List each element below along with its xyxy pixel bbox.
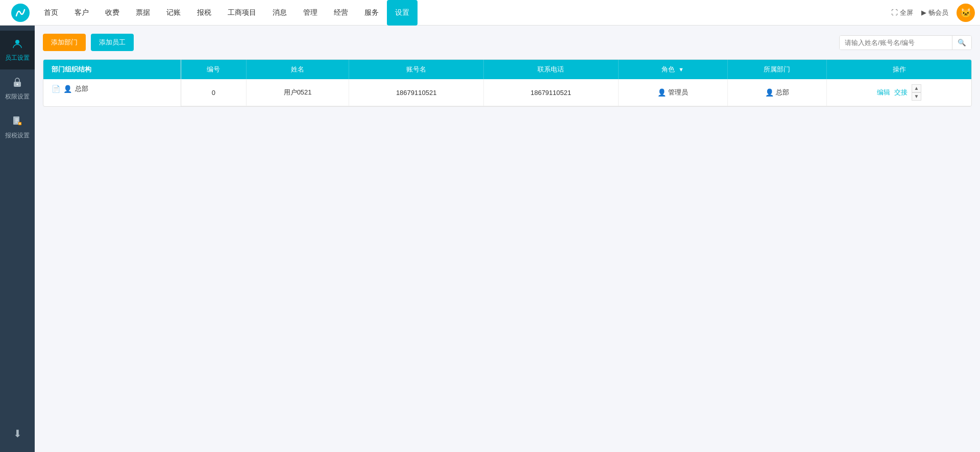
col-header-account: 账号名 <box>349 60 484 79</box>
dept-tree-item-root[interactable]: 📄 👤 总部 <box>43 79 181 99</box>
employee-table: 编号 姓名 账号名 联系电话 角色 ▼ 所属部门 操作 <box>181 60 971 106</box>
sidebar-label-employee: 员工设置 <box>5 54 30 62</box>
download-icon: ⬇ <box>13 427 22 440</box>
role-user-icon: 👤 <box>657 88 666 97</box>
svg-point-1 <box>15 40 19 44</box>
scroll-up-button[interactable]: ▲ <box>912 84 922 92</box>
nav-account[interactable]: 记账 <box>158 0 189 26</box>
nav-home[interactable]: 首页 <box>36 0 66 26</box>
table-row: 0 用户0521 18679110521 18679110521 👤 管理员 <box>181 79 971 106</box>
svg-point-3 <box>17 84 18 85</box>
main-layout: 员工设置 权限设置 报税设置 <box>0 26 980 452</box>
employee-icon <box>12 38 23 52</box>
nav-message[interactable]: 消息 <box>264 0 295 26</box>
fullscreen-label: 全屏 <box>900 8 913 17</box>
tax-settings-icon <box>12 115 23 129</box>
dept-icon: 👤 <box>765 88 774 97</box>
scroll-down-button[interactable]: ▼ <box>912 92 922 101</box>
fullscreen-icon: ⛶ <box>891 9 898 16</box>
sidebar-item-employee[interactable]: 员工设置 <box>0 31 35 69</box>
dept-tree: 部门组织结构 📄 👤 总部 <box>43 60 181 106</box>
search-input[interactable] <box>840 36 952 50</box>
member-icon: ▶ <box>921 9 926 16</box>
transfer-button[interactable]: 交接 <box>894 88 908 97</box>
sidebar-item-permission[interactable]: 权限设置 <box>0 69 35 108</box>
role-value: 管理员 <box>668 88 688 97</box>
dept-value: 总部 <box>776 88 789 97</box>
dept-tree-item-label: 总部 <box>75 84 88 93</box>
nav-bill[interactable]: 票据 <box>128 0 158 26</box>
nav-settings[interactable]: 设置 <box>387 0 418 26</box>
cell-dept: 👤 总部 <box>727 79 826 106</box>
toolbar: 添加部门 添加员工 🔍 <box>43 34 972 51</box>
nav-operation[interactable]: 经营 <box>326 0 356 26</box>
cell-account: 18679110521 <box>349 79 484 106</box>
cell-role: 👤 管理员 <box>618 79 727 106</box>
fullscreen-button[interactable]: ⛶ 全屏 <box>891 8 913 17</box>
cell-name: 用户0521 <box>246 79 349 106</box>
edit-button[interactable]: 编辑 <box>877 88 890 97</box>
sidebar-download-button[interactable]: ⬇ <box>0 420 35 447</box>
add-emp-button[interactable]: 添加员工 <box>91 34 134 51</box>
nav-client[interactable]: 客户 <box>66 0 97 26</box>
col-header-role[interactable]: 角色 ▼ <box>618 60 727 79</box>
search-box: 🔍 <box>839 35 972 50</box>
sidebar: 员工设置 权限设置 报税设置 <box>0 26 35 452</box>
sidebar-item-taxsettings[interactable]: 报税设置 <box>0 108 35 147</box>
avatar[interactable]: 🐱 <box>957 4 975 22</box>
nav-tax[interactable]: 报税 <box>189 0 219 26</box>
dept-user-icon: 👤 <box>63 85 72 93</box>
cell-phone: 18679110521 <box>483 79 618 106</box>
nav-service[interactable]: 服务 <box>356 0 387 26</box>
sidebar-label-taxsettings: 报税设置 <box>5 131 30 140</box>
sidebar-bottom: ⬇ <box>0 420 35 452</box>
nav-menu: 首页 客户 收费 票据 记账 报税 工商项目 消息 管理 经营 服务 设置 <box>36 0 891 26</box>
cell-id: 0 <box>181 79 246 106</box>
main-content: 添加部门 添加员工 🔍 部门组织结构 📄 👤 总部 <box>35 26 980 452</box>
file-icon: 📄 <box>52 85 60 93</box>
sidebar-label-permission: 权限设置 <box>5 92 30 101</box>
logo <box>5 4 36 22</box>
member-label: 畅会员 <box>928 8 948 17</box>
col-header-phone: 联系电话 <box>483 60 618 79</box>
role-filter-icon: ▼ <box>678 66 684 73</box>
col-header-name: 姓名 <box>246 60 349 79</box>
search-button[interactable]: 🔍 <box>952 36 971 50</box>
table-area: 部门组织结构 📄 👤 总部 编号 姓名 账号名 联系电话 <box>43 59 972 107</box>
row-scroll-buttons: ▲ ▼ <box>912 84 922 101</box>
nav-business[interactable]: 工商项目 <box>219 0 264 26</box>
col-header-action: 操作 <box>827 60 972 79</box>
add-dept-button[interactable]: 添加部门 <box>43 34 86 51</box>
nav-manage[interactable]: 管理 <box>295 0 326 26</box>
member-button[interactable]: ▶ 畅会员 <box>921 8 948 17</box>
lock-icon <box>12 77 22 90</box>
col-header-id: 编号 <box>181 60 246 79</box>
top-navigation: 首页 客户 收费 票据 记账 报税 工商项目 消息 管理 经营 服务 设置 ⛶ … <box>0 0 980 26</box>
nav-fee[interactable]: 收费 <box>97 0 128 26</box>
col-header-dept: 所属部门 <box>727 60 826 79</box>
search-icon: 🔍 <box>958 39 966 46</box>
cell-action: 编辑 交接 ▲ ▼ <box>827 79 972 106</box>
dept-tree-header: 部门组织结构 <box>43 60 181 79</box>
top-nav-right: ⛶ 全屏 ▶ 畅会员 🐱 <box>891 4 975 22</box>
